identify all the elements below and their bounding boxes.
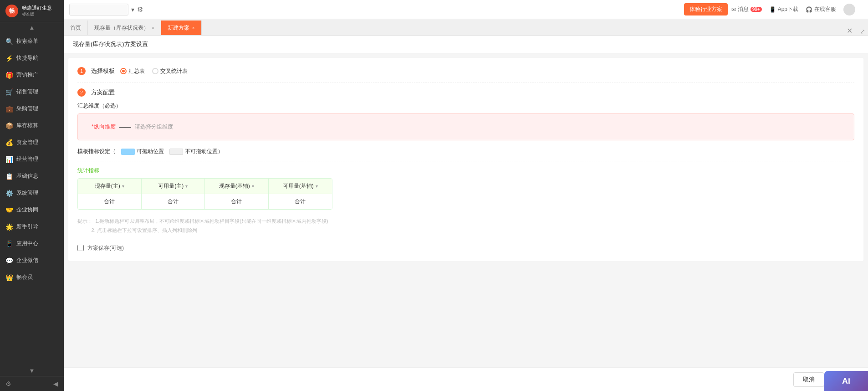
stat-table-body: 合计 合计 合计 合计 [78,194,332,209]
hint-section: 提示： 1.拖动标题栏可以调整布局，不可跨维度或指标区域拖动栏目字段(只能在同一… [77,217,854,235]
sidebar-scroll-down[interactable]: ▼ [0,365,64,376]
radio-cross-dot [152,68,158,74]
sidebar: 畅 畅康通好生意 标准版 ▲ 🔍 搜索菜单 ⚡ 快捷导航 🎁 营销推广 🛒 销售… [0,0,64,391]
settings-icon[interactable]: ⚙ [5,380,11,387]
app-download-button[interactable]: 📱 App下载 [769,5,798,13]
step2-row: 2 方案配置 [77,88,854,97]
dim-dash: —— [119,123,131,130]
tab-new-scheme[interactable]: 新建方案 × [161,21,202,35]
tabs-bar: 首页 现存量（库存状况表） × 新建方案 × ✕ ⤢ [64,19,868,36]
chevron-col3: ▾ [252,184,254,189]
stat-body-cell-4: 合计 [269,194,332,209]
topbar: ▾ ⚙ 体验行业方案 ✉ 消息 99+ 📱 App下载 🎧 在线客服 [64,0,868,19]
message-button[interactable]: ✉ 消息 99+ [731,5,762,13]
stat-header-col2[interactable]: 可用量(主) ▾ [142,179,205,194]
stat-section-label: 统计指标 [77,167,854,175]
gear-icon[interactable]: ⚙ [137,5,143,14]
tab-inventory-close[interactable]: × [152,26,154,31]
newguide-icon: 🌟 [5,223,13,231]
topbar-right: ✉ 消息 99+ 📱 App下载 🎧 在线客服 [731,4,863,15]
step1-badge: 1 [77,67,86,75]
indicator-nondrag: 不可拖动位置） [169,148,223,155]
inventory-icon: 📦 [5,122,13,129]
message-icon: ✉ [731,6,736,13]
radio-cross[interactable]: 交叉统计表 [152,67,188,75]
step2-badge: 2 [77,88,86,97]
tab-new-scheme-label: 新建方案 [168,24,189,32]
quicknav-icon: ⚡ [5,55,13,62]
enterprise-icon: 🤝 [5,206,13,214]
ai-badge[interactable]: Ai [824,371,868,391]
sidebar-item-newguide[interactable]: 🌟 新手引导 [0,218,64,235]
sidebar-item-operation[interactable]: 📊 经营管理 [0,151,64,168]
topbar-input-area: ▾ ⚙ [69,4,680,15]
sidebar-item-system[interactable]: ⚙️ 系统管理 [0,185,64,201]
dim-placeholder: 请选择分组维度 [135,123,173,131]
sidebar-item-marketing[interactable]: 🎁 营销推广 [0,67,64,83]
sidebar-item-search[interactable]: 🔍 搜索菜单 [0,33,64,50]
tab-new-scheme-close[interactable]: × [192,26,195,31]
bottom-actions: 取消 查询 [64,367,868,391]
tabs-expand[interactable]: ⤢ [857,28,868,35]
sidebar-item-purchase[interactable]: 💼 采购管理 [0,100,64,117]
dimension-box[interactable]: *纵向维度 —— 请选择分组维度 [77,113,854,140]
sales-icon: 🛒 [5,88,13,96]
stat-header-col1[interactable]: 现存量(主) ▾ [78,179,142,194]
sidebar-item-enterprise[interactable]: 🤝 企业协同 [0,201,64,218]
sidebar-item-inventory[interactable]: 📦 库存核算 [0,117,64,134]
hint-row2: 2. 点击标题栏下拉可设置排序、插入列和删除列 [77,226,854,235]
sidebar-bottom: ⚙ ◀ [0,376,64,391]
sidebar-logo: 畅 畅康通好生意 标准版 [0,0,64,22]
sidebar-item-member[interactable]: 👑 畅会员 [0,269,64,286]
template-radio-group: 汇总表 交叉统计表 [120,67,188,75]
online-service-button[interactable]: 🎧 在线客服 [806,5,836,13]
app-icon: 📱 [769,6,776,13]
indicator-title-text: 模板指标设定（ [77,148,116,155]
volume-icon[interactable]: ◀ [53,380,58,387]
save-label: 方案保存(可选) [87,244,124,252]
stat-body-cell-3: 合计 [205,194,269,209]
sidebar-item-apps[interactable]: 📱 应用中心 [0,235,64,252]
tab-home[interactable]: 首页 [64,21,88,35]
save-checkbox[interactable] [77,245,84,251]
cancel-button[interactable]: 取消 [793,372,824,387]
marketing-icon: 🎁 [5,72,13,79]
nondrag-label: 不可拖动位置） [185,148,223,155]
draggable-box [121,149,135,155]
summary-dim-label: 汇总维度（必选） [77,102,854,110]
finance-icon: 💰 [5,139,13,146]
footer-section: 方案保存(可选) [77,244,854,252]
tabs-close-all[interactable]: ✕ [842,26,857,35]
chevron-col2: ▾ [185,184,188,189]
stat-header-col4[interactable]: 可用量(基辅) ▾ [269,179,332,194]
radio-summary[interactable]: 汇总表 [120,67,145,75]
search-icon: 🔍 [5,38,13,45]
chevron-col4: ▾ [316,184,318,189]
chevron-col1: ▾ [122,184,124,189]
stat-table-header: 现存量(主) ▾ 可用量(主) ▾ 现存量(基辅) ▾ 可用量(基辅) ▾ [78,179,332,194]
stat-header-col3[interactable]: 现存量(基辅) ▾ [205,179,269,194]
tab-home-label: 首页 [70,24,81,32]
stat-table: 现存量(主) ▾ 可用量(主) ▾ 现存量(基辅) ▾ 可用量(基辅) ▾ [77,178,332,210]
apps-icon: 📱 [5,240,13,247]
operation-icon: 📊 [5,156,13,163]
sidebar-item-quicknav[interactable]: ⚡ 快捷导航 [0,50,64,67]
tab-inventory[interactable]: 现存量（库存状况表） × [88,21,161,35]
purchase-icon: 💼 [5,105,13,113]
sidebar-item-wechat[interactable]: 💬 企业微信 [0,252,64,269]
sidebar-scroll-up[interactable]: ▲ [0,22,64,33]
divider1 [77,82,854,83]
sidebar-item-finance[interactable]: 💰 资金管理 [0,134,64,151]
indicator-row: 模板指标设定（ 可拖动位置 不可拖动位置） [77,148,854,155]
search-input[interactable] [69,4,128,15]
dropdown-icon[interactable]: ▾ [131,6,134,13]
avatar[interactable] [843,4,855,15]
system-icon: ⚙️ [5,190,13,197]
sidebar-item-sales[interactable]: 🛒 销售管理 [0,83,64,100]
draggable-label: 可拖动位置 [137,148,164,155]
basic-icon: 📋 [5,173,13,180]
trial-button[interactable]: 体验行业方案 [684,3,728,15]
sidebar-item-basic[interactable]: 📋 基础信息 [0,168,64,185]
required-dim-label: *纵向维度 [92,123,116,131]
member-icon: 👑 [5,274,13,281]
